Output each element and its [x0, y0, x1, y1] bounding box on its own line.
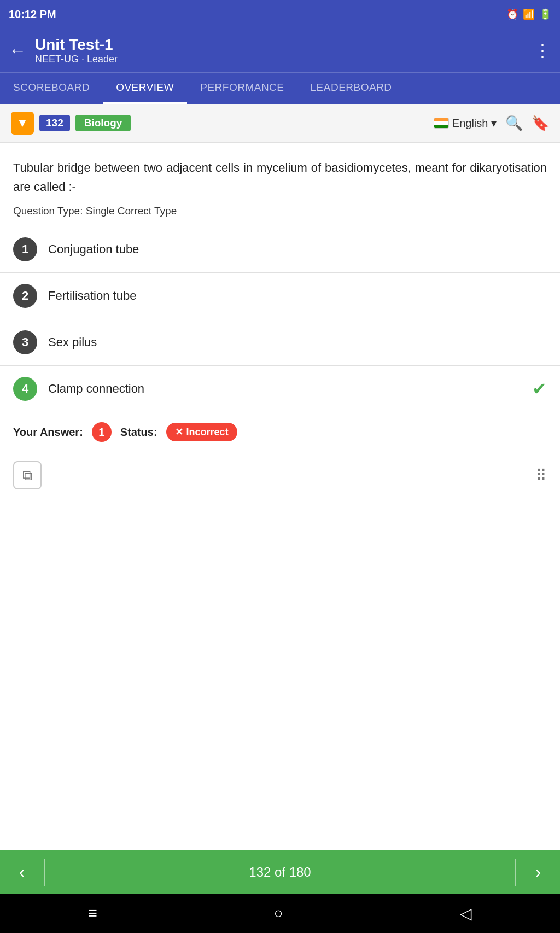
tab-performance[interactable]: PERFORMANCE: [187, 73, 297, 104]
sys-back-icon: ◁: [460, 905, 472, 922]
option-text-3: Sex pilus: [48, 335, 547, 349]
answer-status: Your Answer: 1 Status: ✕ Incorrect: [0, 412, 560, 452]
status-bar: 10:12 PM ⏰ 📶 🔋: [0, 0, 560, 28]
status-icons: ⏰ 📶 🔋: [506, 8, 551, 20]
option-text-4: Clamp connection: [48, 382, 521, 396]
alarm-icon: ⏰: [506, 8, 518, 20]
app-title: Unit Test-1: [35, 36, 525, 54]
signal-icon: 📶: [523, 8, 535, 20]
menu-button[interactable]: ⋮: [534, 40, 551, 61]
filter-button[interactable]: ▼: [11, 112, 34, 135]
sys-back-button[interactable]: ◁: [438, 899, 494, 928]
question-type-label: Question Type:: [13, 205, 83, 217]
option-row-3[interactable]: 3 Sex pilus: [0, 319, 560, 366]
tab-overview[interactable]: OVERVIEW: [103, 73, 187, 104]
sys-menu-icon: ≡: [88, 905, 97, 922]
sys-menu-button[interactable]: ≡: [66, 899, 119, 928]
action-row: ⧉ ⠿: [0, 452, 560, 498]
copy-button[interactable]: ⧉: [13, 461, 42, 489]
status-label: Status:: [120, 426, 158, 439]
option-row-1[interactable]: 1 Conjugation tube: [0, 226, 560, 273]
filter-bar: ▼ 132 Biology English ▾ 🔍 🔖: [0, 104, 560, 143]
question-area: Tubular bridge between two adjacent cell…: [0, 143, 560, 226]
search-button[interactable]: 🔍: [505, 115, 523, 132]
correct-check-icon: ✔: [532, 378, 547, 399]
back-button[interactable]: ←: [9, 40, 26, 61]
question-text: Tubular bridge between two adjacent cell…: [13, 158, 547, 196]
content-spacer: [0, 498, 560, 850]
bookmark-icon: 🔖: [532, 115, 549, 131]
option-text-2: Fertilisation tube: [48, 289, 547, 303]
bottom-nav: ‹ 132 of 180 ›: [0, 850, 560, 894]
bookmark-button[interactable]: 🔖: [532, 115, 549, 132]
sys-home-button[interactable]: ○: [252, 899, 305, 928]
prev-button[interactable]: ‹: [0, 850, 44, 894]
grid-icon: ⠿: [535, 467, 547, 484]
question-type-value: Single Correct Type: [86, 205, 177, 217]
question-type: Question Type: Single Correct Type: [13, 205, 547, 217]
option-number-4: 4: [13, 377, 37, 401]
option-number-1: 1: [13, 237, 37, 261]
filter-icon-symbol: ▼: [16, 116, 28, 130]
your-answer-number: 1: [92, 422, 112, 442]
prev-icon: ‹: [19, 862, 25, 882]
system-nav-bar: ≡ ○ ◁: [0, 894, 560, 933]
app-bar: ← Unit Test-1 NEET-UG · Leader ⋮: [0, 28, 560, 72]
option-number-3: 3: [13, 330, 37, 354]
option-row-4[interactable]: 4 Clamp connection ✔: [0, 366, 560, 412]
option-number-2: 2: [13, 284, 37, 308]
battery-icon: 🔋: [539, 8, 551, 20]
search-icon: 🔍: [505, 115, 523, 131]
incorrect-icon: ✕: [175, 426, 183, 438]
next-icon: ›: [535, 862, 541, 882]
tab-leaderboard[interactable]: LEADERBOARD: [298, 73, 405, 104]
grid-button[interactable]: ⠿: [535, 466, 547, 485]
app-bar-titles: Unit Test-1 NEET-UG · Leader: [35, 36, 525, 65]
incorrect-badge: ✕ Incorrect: [166, 423, 237, 441]
incorrect-text: Incorrect: [186, 427, 229, 438]
pagination-text: 132 of 180: [45, 865, 515, 880]
question-number-badge: 132: [39, 115, 70, 131]
status-time: 10:12 PM: [9, 8, 56, 21]
options-list: 1 Conjugation tube 2 Fertilisation tube …: [0, 226, 560, 412]
subject-badge: Biology: [75, 115, 131, 131]
filter-right: English ▾ 🔍 🔖: [434, 115, 549, 132]
sys-home-icon: ○: [274, 905, 283, 922]
copy-icon: ⧉: [22, 467, 33, 484]
your-answer-label: Your Answer:: [13, 426, 83, 439]
tab-scoreboard[interactable]: SCOREBOARD: [0, 73, 103, 104]
language-flag: [434, 118, 449, 129]
tab-bar: SCOREBOARD OVERVIEW PERFORMANCE LEADERBO…: [0, 72, 560, 104]
language-selector[interactable]: English ▾: [434, 116, 497, 130]
filter-left: ▼ 132 Biology: [11, 112, 131, 135]
next-button[interactable]: ›: [516, 850, 560, 894]
option-text-1: Conjugation tube: [48, 242, 547, 256]
app-subtitle: NEET-UG · Leader: [35, 54, 525, 65]
option-row-2[interactable]: 2 Fertilisation tube: [0, 273, 560, 319]
language-label: English ▾: [452, 116, 497, 130]
